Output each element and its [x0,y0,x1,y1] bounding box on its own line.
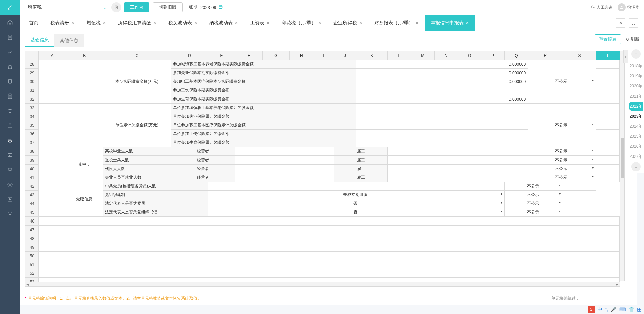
ime-s-icon[interactable]: S [588,306,595,313]
cell[interactable]: 42 [25,182,39,191]
cell[interactable]: 44 [25,199,39,208]
cell[interactable] [596,86,620,95]
ime-kbd-icon[interactable]: ⌨ [619,307,626,312]
cell[interactable]: 单位参加失业保险累计欠缴金额 [171,112,356,121]
nav-bag-icon[interactable] [0,59,20,74]
nav-inbox-icon[interactable] [0,163,20,177]
col-header[interactable]: N [434,51,458,60]
cell[interactable] [596,60,620,69]
cell[interactable]: 46 [25,217,39,226]
tabs-close-icon[interactable]: ✕ [616,18,625,28]
cell[interactable]: 不公示 [528,156,596,165]
cell[interactable]: 雇工 [334,165,388,173]
cell[interactable]: 39 [25,156,39,165]
cell[interactable]: 29 [25,69,39,77]
cell[interactable]: 45 [25,208,39,217]
cell[interactable]: 37 [25,138,39,147]
nav-chart-icon[interactable] [0,45,20,59]
cell[interactable]: 雇工 [334,156,388,165]
cell[interactable] [356,86,528,95]
user-menu[interactable]: 徐泽华 [618,3,639,11]
cell[interactable]: 50 [25,252,39,260]
cell[interactable] [235,173,334,182]
cell[interactable]: 38 [25,147,39,156]
nav-gear-icon[interactable] [0,177,20,192]
cell[interactable] [596,138,620,147]
cell[interactable] [563,208,596,217]
close-icon[interactable]: ✕ [415,21,419,25]
cell[interactable] [596,156,620,165]
nav-text-icon[interactable] [0,104,20,118]
cell[interactable] [596,112,620,121]
cell[interactable]: 单位参加城镇职工基本养老保险累计欠缴金额 [171,104,356,112]
cell[interactable] [39,182,66,217]
year-2022年[interactable]: 2022年 [629,102,643,111]
cell[interactable] [356,121,528,130]
col-header[interactable]: O [458,51,481,60]
close-icon[interactable]: ✕ [71,21,74,25]
cell[interactable]: 党组织建制 [103,191,208,199]
cell[interactable] [388,173,528,182]
scroll-right-icon[interactable]: ▸ [615,282,620,286]
rail-up-icon[interactable]: ⌃ [631,49,641,59]
cell[interactable]: 不公示 [504,208,563,217]
nav-v-icon[interactable] [0,207,20,222]
cell[interactable] [596,165,620,173]
cell[interactable] [596,147,620,156]
cell[interactable]: 法定代表人是否为党组织书记 [103,208,208,217]
round-doc-icon[interactable] [111,2,121,12]
cell[interactable] [39,260,620,269]
cell[interactable]: 中共党员(包括预备党员)人数 [103,182,208,191]
scroll-thumb[interactable] [621,138,624,178]
col-header[interactable]: T [596,51,620,60]
cell[interactable] [356,130,528,138]
cell[interactable] [39,217,620,226]
cell[interactable] [388,165,528,173]
cell[interactable]: 41 [25,173,39,182]
cell[interactable]: 否 [208,208,504,217]
cell[interactable]: 30 [25,77,39,86]
col-header[interactable]: L [388,51,411,60]
cell[interactable] [39,147,66,182]
close-icon[interactable]: ✕ [103,21,106,25]
year-2020年[interactable]: 2020年 [629,81,643,91]
cell[interactable] [596,69,620,77]
cell[interactable]: 其中： [66,147,103,182]
year-2026年[interactable]: 2026年 [629,142,643,151]
cell[interactable]: 32 [25,95,39,104]
cell[interactable]: 不公示 [528,104,596,147]
refresh-button[interactable]: ↻刷新 [626,36,639,42]
cell[interactable]: 经营者 [171,165,235,173]
nav-calc-icon[interactable] [0,89,20,104]
cell[interactable] [356,138,528,147]
logo-icon[interactable] [0,0,20,15]
col-header[interactable]: C [103,51,171,60]
col-header[interactable]: G [262,51,289,60]
cell[interactable]: 未成立党组织 [208,191,504,199]
cell[interactable]: 不公示 [528,173,596,182]
period-value[interactable]: 2023-09 [200,5,216,10]
cell[interactable] [596,173,620,182]
switch-old-button[interactable]: 切到旧版 [153,2,183,12]
tabs-expand-icon[interactable]: ⛶ [629,18,638,28]
rail-down-icon[interactable]: ⌄ [631,162,641,171]
cell[interactable]: 不公示 [528,165,596,173]
year-2019年[interactable]: 2019年 [629,71,643,81]
cell[interactable]: 0.000000 [356,95,528,104]
company-selector[interactable]: 增值税 ⌵ [25,2,109,12]
cell[interactable]: 雇工 [334,173,388,182]
cell[interactable] [39,234,620,243]
cell[interactable]: 经营者 [171,156,235,165]
year-2024年[interactable]: 2024年 [629,122,643,131]
cell[interactable] [596,104,620,112]
cell[interactable] [596,77,620,86]
close-icon[interactable]: ✕ [153,21,156,25]
close-icon[interactable]: ✕ [466,21,469,25]
cell[interactable] [39,269,620,278]
cell[interactable]: 不公示 [504,191,563,199]
cell[interactable]: 33 [25,104,39,112]
col-header[interactable]: S [563,51,596,60]
tab-首页[interactable]: 首页 [23,15,44,31]
cell[interactable]: 单位参加职工基本医疗保险累计欠缴金额 [171,121,356,130]
close-icon[interactable]: ✕ [235,21,238,25]
